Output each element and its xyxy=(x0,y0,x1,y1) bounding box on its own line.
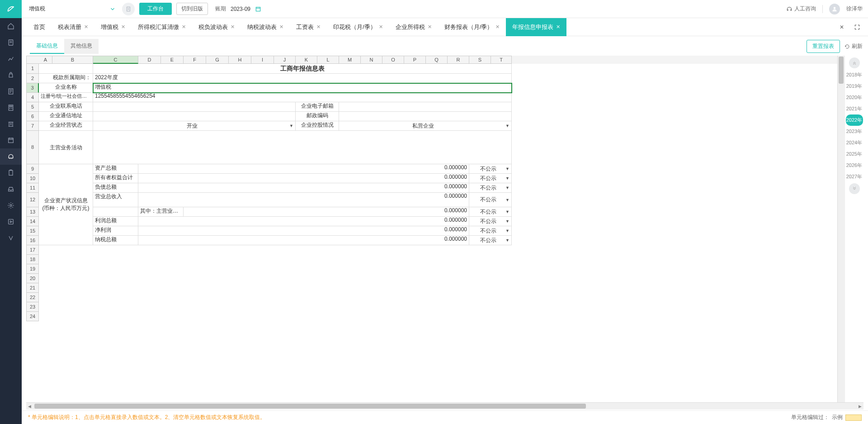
row-header-18[interactable]: 18 xyxy=(26,255,39,264)
col-header-H[interactable]: H xyxy=(229,56,251,64)
col-header-S[interactable]: S xyxy=(469,56,491,64)
nav-doc-icon[interactable] xyxy=(0,34,22,51)
col-header-J[interactable]: J xyxy=(274,56,296,64)
nav-gear-icon[interactable] xyxy=(0,197,22,214)
tab-close-icon[interactable]: ✕ xyxy=(316,24,321,30)
company-selector[interactable]: 增值税 xyxy=(27,5,118,13)
year-up-icon[interactable] xyxy=(849,57,860,68)
row-header-20[interactable]: 20 xyxy=(26,274,39,283)
col-header-K[interactable]: K xyxy=(296,56,317,64)
tab-close-icon[interactable]: ✕ xyxy=(121,24,125,30)
row-header-1[interactable]: 1 xyxy=(26,64,39,74)
reset-report-button[interactable]: 重置报表 xyxy=(807,40,840,53)
row-header-9[interactable]: 9 xyxy=(26,164,39,174)
row-header-11[interactable]: 11 xyxy=(26,183,39,193)
year-2019年[interactable]: 2019年 xyxy=(846,81,863,92)
col-header-E[interactable]: E xyxy=(161,56,184,64)
row-header-16[interactable]: 16 xyxy=(26,236,39,245)
tab-年报信息申报表[interactable]: 年报信息申报表✕ xyxy=(506,18,566,36)
col-header-O[interactable]: O xyxy=(382,56,404,64)
row-header-13[interactable]: 13 xyxy=(26,207,39,217)
user-avatar[interactable] xyxy=(829,4,840,14)
round-doc-button[interactable] xyxy=(122,3,135,15)
tab-印花税（月/季）[interactable]: 印花税（月/季）✕ xyxy=(327,18,389,36)
nav-calc-icon[interactable] xyxy=(0,100,22,116)
year-2026年[interactable]: 2026年 xyxy=(846,160,863,171)
subtab-other[interactable]: 其他信息 xyxy=(64,39,99,54)
consult-link[interactable]: 人工咨询 xyxy=(786,5,816,13)
year-2027年[interactable]: 2027年 xyxy=(846,171,863,182)
calendar-icon[interactable] xyxy=(255,6,261,12)
nav-tax-icon[interactable] xyxy=(0,148,22,165)
vertical-scrollbar-thumb[interactable] xyxy=(839,57,844,84)
tab-close-icon[interactable]: ✕ xyxy=(84,24,88,30)
close-all-tabs-icon[interactable]: ✕ xyxy=(836,22,847,33)
row-header-2[interactable]: 2 xyxy=(26,74,39,83)
nav-v-icon[interactable] xyxy=(0,230,22,246)
year-2021年[interactable]: 2021年 xyxy=(846,103,863,114)
year-2024年[interactable]: 2024年 xyxy=(846,137,863,148)
row-header-23[interactable]: 23 xyxy=(26,302,39,312)
tab-财务报表（月/季）[interactable]: 财务报表（月/季）✕ xyxy=(438,18,506,36)
col-header-I[interactable]: I xyxy=(251,56,274,64)
col-header-N[interactable]: N xyxy=(361,56,382,64)
col-header-B[interactable]: B xyxy=(52,56,93,64)
row-header-15[interactable]: 15 xyxy=(26,226,39,236)
col-header-T[interactable]: T xyxy=(491,56,512,64)
year-2023年[interactable]: 2023年 xyxy=(846,126,863,137)
tab-close-icon[interactable]: ✕ xyxy=(556,24,560,30)
col-header-L[interactable]: L xyxy=(317,56,339,64)
workspace-button[interactable]: 工作台 xyxy=(139,3,172,15)
tab-增值税[interactable]: 增值税✕ xyxy=(94,18,132,36)
tab-close-icon[interactable]: ✕ xyxy=(279,24,283,30)
nav-bag-icon[interactable] xyxy=(0,67,22,83)
selected-cell[interactable]: 增值税 xyxy=(93,83,512,93)
tab-工资表[interactable]: 工资表✕ xyxy=(290,18,327,36)
row-header-19[interactable]: 19 xyxy=(26,264,39,274)
nav-page-icon[interactable] xyxy=(0,83,22,100)
tab-首页[interactable]: 首页 xyxy=(27,18,52,36)
row-header-22[interactable]: 22 xyxy=(26,293,39,302)
row-header-6[interactable]: 6 xyxy=(26,112,39,121)
row-header-7[interactable]: 7 xyxy=(26,121,39,131)
tab-close-icon[interactable]: ✕ xyxy=(495,24,500,30)
row-header-14[interactable]: 14 xyxy=(26,217,39,226)
refresh-button[interactable]: 刷新 xyxy=(844,43,863,50)
vertical-scrollbar[interactable] xyxy=(837,56,844,402)
year-2025年[interactable]: 2025年 xyxy=(846,148,863,160)
row-header-24[interactable]: 24 xyxy=(26,312,39,321)
row-header-5[interactable]: 5 xyxy=(26,102,39,112)
col-header-M[interactable]: M xyxy=(339,56,361,64)
switch-old-button[interactable]: 切到旧版 xyxy=(176,3,208,15)
row-header-4[interactable]: 4 xyxy=(26,93,39,102)
row-header-21[interactable]: 21 xyxy=(26,283,39,293)
col-header-C[interactable]: C xyxy=(93,56,138,64)
row-header-17[interactable]: 17 xyxy=(26,245,39,255)
tab-close-icon[interactable]: ✕ xyxy=(182,24,186,30)
year-2018年[interactable]: 2018年 xyxy=(846,69,863,81)
nav-home-icon[interactable] xyxy=(0,18,22,34)
row-header-12[interactable]: 12 xyxy=(26,193,39,207)
col-header-G[interactable]: G xyxy=(206,56,229,64)
horizontal-scrollbar-thumb[interactable] xyxy=(34,404,586,409)
tab-close-icon[interactable]: ✕ xyxy=(428,24,432,30)
year-2022年[interactable]: 2022年 xyxy=(846,114,863,126)
tab-所得税汇算清缴[interactable]: 所得税汇算清缴✕ xyxy=(132,18,192,36)
horizontal-scrollbar[interactable]: ◀ ▶ xyxy=(26,402,863,410)
col-header-Q[interactable]: Q xyxy=(426,56,448,64)
tab-纳税波动表[interactable]: 纳税波动表✕ xyxy=(241,18,290,36)
col-header-R[interactable]: R xyxy=(448,56,469,64)
nav-play-icon[interactable] xyxy=(0,214,22,230)
nav-chart-icon[interactable] xyxy=(0,51,22,67)
col-header-D[interactable]: D xyxy=(138,56,161,64)
col-header-A[interactable]: A xyxy=(39,56,52,64)
fullscreen-icon[interactable] xyxy=(852,22,863,33)
row-header-8[interactable]: 8 xyxy=(26,131,39,164)
nav-clip-icon[interactable] xyxy=(0,165,22,181)
tab-税表清册[interactable]: 税表清册✕ xyxy=(52,18,94,36)
col-header-F[interactable]: F xyxy=(184,56,206,64)
nav-building-icon[interactable] xyxy=(0,116,22,132)
tab-企业所得税[interactable]: 企业所得税✕ xyxy=(389,18,438,36)
nav-calendar-icon[interactable] xyxy=(0,132,22,148)
nav-inbox-icon[interactable] xyxy=(0,181,22,197)
